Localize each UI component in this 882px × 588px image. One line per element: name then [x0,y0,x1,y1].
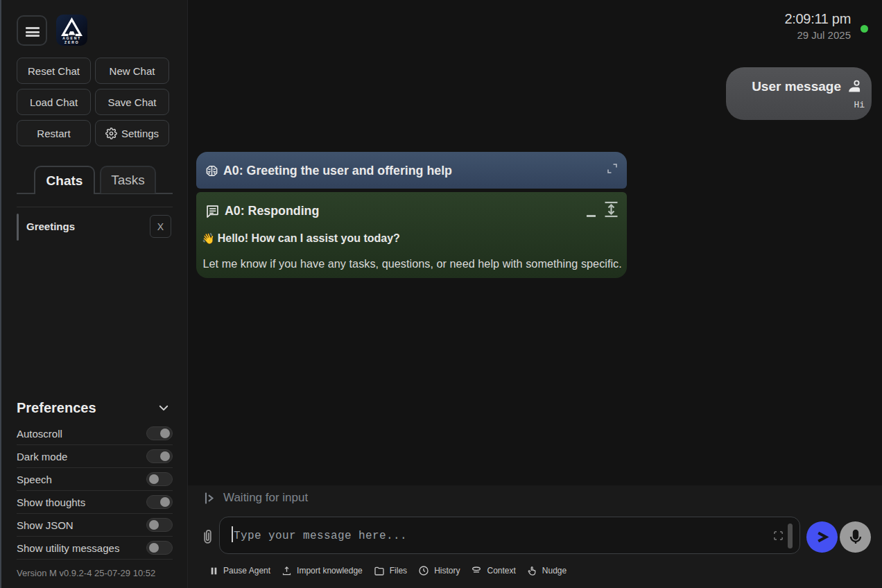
svg-text:ZERO: ZERO [64,40,80,44]
